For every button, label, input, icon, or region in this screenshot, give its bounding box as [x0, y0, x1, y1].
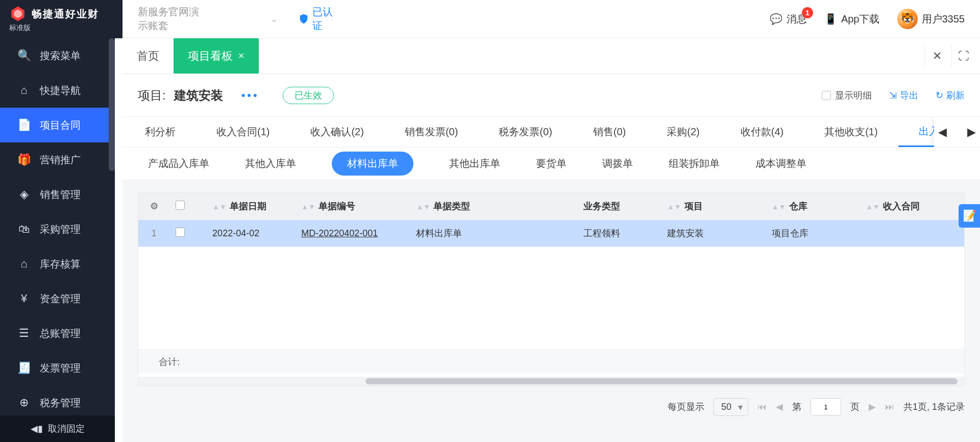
sidebar-item-10[interactable]: ⊕税务管理	[0, 385, 115, 420]
project-label: 项目:	[138, 87, 166, 104]
messages-badge: 1	[802, 7, 813, 18]
section-tab-3[interactable]: 销售发票(0)	[384, 117, 478, 147]
col-date[interactable]: ▲▼单据日期	[206, 193, 295, 220]
section-next-button[interactable]: ▶	[967, 126, 976, 139]
col-contract[interactable]: ▲▼收入合同	[860, 193, 964, 220]
sidebar-item-2[interactable]: 📄项目合同	[0, 108, 115, 142]
close-all-button[interactable]: ✕	[925, 44, 948, 68]
workspace-tabs: 首页 项目看板 ✕ ✕ ⛶	[122, 38, 980, 74]
table-row[interactable]: 12022-04-02MD-20220402-001材料出库单工程领料建筑安装项…	[138, 220, 964, 247]
sidebar-item-label: 采购管理	[40, 223, 81, 236]
sidebar-item-1[interactable]: ⌂快捷导航	[0, 73, 115, 108]
col-btype[interactable]: 业务类型	[577, 193, 661, 220]
total-bar: 合计:	[138, 349, 964, 374]
section-prev-button[interactable]: ◀	[938, 126, 947, 139]
app-download-button[interactable]: 📱 App下载	[824, 12, 880, 26]
sidebar-item-6[interactable]: ⌂库存核算	[0, 247, 115, 281]
section-tab-0[interactable]: 利分析	[125, 117, 196, 147]
next-page-button[interactable]: ▶	[869, 401, 876, 412]
sidebar-item-5[interactable]: 🛍采购管理	[0, 212, 115, 247]
verified-badge: 已认证	[298, 5, 337, 33]
sidebar-unpin-button[interactable]: ◀▮ 取消固定	[0, 415, 115, 442]
select-all-checkbox[interactable]	[169, 193, 206, 220]
cell-contract	[860, 220, 964, 247]
row-index: 1	[138, 220, 169, 247]
sidebar-item-9[interactable]: 🧾发票管理	[0, 351, 115, 385]
brand-logo-icon	[9, 5, 27, 22]
col-project[interactable]: ▲▼项目	[661, 193, 766, 220]
fullscreen-button[interactable]: ⛶	[951, 44, 975, 68]
sort-icon: ▲▼	[212, 203, 227, 211]
more-actions-button[interactable]: •••	[241, 89, 259, 102]
tab-project-board[interactable]: 项目看板 ✕	[174, 38, 259, 73]
refresh-button[interactable]: ↻ 刷新	[936, 89, 965, 102]
cell-btype: 工程领料	[577, 220, 661, 247]
messages-button[interactable]: 💬 消息 1	[770, 12, 807, 26]
sidebar-item-label: 库存核算	[40, 257, 81, 271]
sidebar-item-4[interactable]: ◈销售管理	[0, 177, 115, 212]
sidebar-icon: 🛍	[17, 223, 31, 236]
close-icon[interactable]: ✕	[238, 51, 244, 61]
sidebar-item-label: 税务管理	[40, 396, 81, 410]
account-selector[interactable]: 新服务官网演示账套 ⌄	[138, 5, 278, 33]
section-tab-8[interactable]: 其他收支(1)	[804, 117, 898, 147]
section-tab-6[interactable]: 采购(2)	[646, 117, 720, 147]
column-config-button[interactable]: ⚙	[138, 193, 169, 220]
section-tab-7[interactable]: 收付款(4)	[720, 117, 804, 147]
col-number[interactable]: ▲▼单据编号	[295, 193, 410, 220]
last-page-button[interactable]: ⏭	[885, 402, 894, 412]
export-label: 导出	[900, 89, 918, 102]
row-checkbox[interactable]	[169, 220, 206, 247]
sidebar-item-3[interactable]: 🎁营销推广	[0, 142, 115, 177]
sidebar-icon: ⊕	[17, 396, 31, 409]
brand-block: 畅捷通好业财 标准版	[0, 0, 122, 38]
sidebar: 🔍搜索菜单⌂快捷导航📄项目合同🎁营销推广◈销售管理🛍采购管理⌂库存核算¥资金管理…	[0, 38, 115, 442]
table-h-scrollbar[interactable]	[138, 377, 964, 386]
sub-tab-2[interactable]: 材料出库单	[332, 152, 413, 176]
sub-tab-7[interactable]: 成本调整单	[755, 153, 806, 175]
user-menu[interactable]: 用户3355	[897, 9, 965, 29]
prev-page-button[interactable]: ◀	[776, 401, 783, 412]
sidebar-item-7[interactable]: ¥资金管理	[0, 281, 115, 316]
sub-tab-1[interactable]: 其他入库单	[245, 153, 296, 175]
sort-icon: ▲▼	[667, 203, 681, 211]
sub-tab-6[interactable]: 组装拆卸单	[669, 153, 720, 175]
section-tab-1[interactable]: 收入合同(1)	[196, 117, 290, 147]
app-header: 畅捷通好业财 标准版 新服务官网演示账套 ⌄ 已认证 💬 消息 1 📱 App下…	[0, 0, 980, 38]
tab-home[interactable]: 首页	[122, 38, 174, 73]
tab-home-label: 首页	[137, 48, 159, 64]
project-name: 建筑安装	[174, 87, 223, 104]
project-bar: 项目: 建筑安装 ••• 已生效 显示明细 ⇲ 导出 ↻ 刷新	[122, 74, 980, 117]
download-label: App下载	[841, 12, 880, 26]
tab-active-label: 项目看板	[188, 48, 233, 64]
status-pill: 已生效	[283, 87, 334, 104]
sidebar-item-0[interactable]: 🔍搜索菜单	[0, 38, 115, 73]
sub-tabs: 产成品入库单其他入库单材料出库单其他出库单要货单调拨单组装拆卸单成本调整单	[122, 148, 980, 180]
sub-tab-0[interactable]: 产成品入库单	[148, 153, 209, 175]
sidebar-item-label: 营销推广	[40, 153, 81, 167]
section-tab-5[interactable]: 销售(0)	[573, 117, 646, 147]
verified-text: 已认证	[312, 5, 337, 33]
show-detail-toggle[interactable]: 显示明细	[822, 89, 872, 102]
data-table: ⚙ ▲▼单据日期 ▲▼单据编号 ▲▼单据类型 业务类型 ▲▼项目 ▲▼仓库 ▲▼…	[138, 192, 965, 386]
export-button[interactable]: ⇲ 导出	[889, 89, 918, 102]
cell-number[interactable]: MD-20220402-001	[295, 220, 410, 247]
page-input[interactable]	[811, 398, 841, 415]
sidebar-icon: ⌂	[17, 257, 31, 271]
col-type[interactable]: ▲▼单据类型	[410, 193, 577, 220]
per-page-select[interactable]: 50	[714, 398, 748, 416]
refresh-icon: ↻	[936, 90, 943, 101]
sub-tab-3[interactable]: 其他出库单	[449, 153, 500, 175]
brand-name: 畅捷通好业财	[32, 7, 99, 21]
sub-tab-4[interactable]: 要货单	[536, 153, 567, 175]
section-tab-4[interactable]: 税务发票(0)	[478, 117, 572, 147]
floating-assist-button[interactable]: 📝	[959, 204, 980, 228]
section-tab-2[interactable]: 收入确认(2)	[290, 117, 384, 147]
first-page-button[interactable]: ⏮	[757, 402, 767, 412]
sidebar-icon: ◈	[17, 188, 31, 201]
sidebar-scrollbar[interactable]	[109, 38, 115, 442]
sidebar-icon: 🎁	[17, 153, 31, 166]
col-warehouse[interactable]: ▲▼仓库	[766, 193, 860, 220]
sub-tab-5[interactable]: 调拨单	[602, 153, 633, 175]
sidebar-item-8[interactable]: ☰总账管理	[0, 316, 115, 351]
